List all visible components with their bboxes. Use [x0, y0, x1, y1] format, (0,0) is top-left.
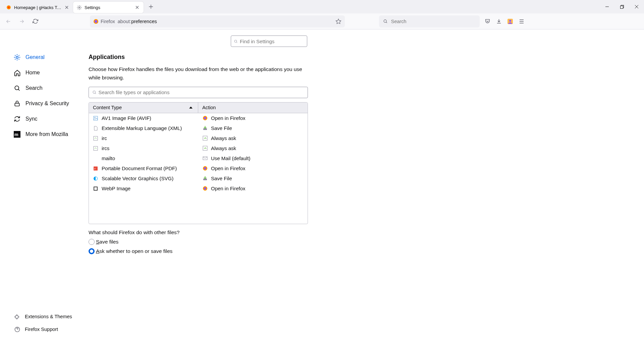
url-bar[interactable]: Firefox about:preferences [90, 15, 345, 27]
svg-rect-4 [620, 6, 623, 8]
column-action[interactable]: Action [198, 103, 308, 113]
table-row[interactable]: ircsAlways ask [89, 143, 308, 153]
table-row[interactable]: Scalable Vector Graphics (SVG)Save File [89, 174, 308, 184]
column-label: Action [202, 105, 216, 110]
svg-point-20 [95, 117, 96, 118]
radio-label: Ask whether to open or save files [96, 248, 172, 254]
filetype-icon [93, 146, 98, 151]
action-icon [202, 116, 208, 121]
close-tab-icon[interactable] [64, 4, 70, 10]
column-content-type[interactable]: Content Type [89, 103, 198, 113]
bookmark-star-icon[interactable] [335, 18, 341, 24]
action-icon [202, 166, 208, 171]
action-icon [202, 146, 208, 151]
svg-point-1 [8, 6, 10, 8]
svg-point-12 [16, 56, 18, 58]
cell-content-type: Scalable Vector Graphics (SVG) [89, 176, 198, 181]
ghacks-favicon-icon [6, 5, 11, 10]
table-row[interactable]: ircAlways ask [89, 133, 308, 143]
identity-box[interactable]: Firefox [93, 19, 115, 24]
identity-label: Firefox [101, 19, 115, 24]
radio-save-files[interactable]: Save files [89, 239, 315, 245]
cell-content-type: AV1 Image File (AVIF) [89, 115, 198, 121]
svg-rect-14 [15, 103, 19, 106]
cell-action[interactable]: Save File [198, 176, 308, 181]
svg-point-11 [234, 40, 237, 42]
downloads-button[interactable] [493, 16, 504, 27]
cell-action[interactable]: Open in Firefox [198, 115, 308, 121]
tab-ghacks[interactable]: Homepage | gHacks Technology News [3, 2, 73, 13]
sidebar-item-support[interactable]: Firefox Support [13, 326, 72, 333]
cell-action[interactable]: Open in Firefox [198, 186, 308, 191]
tab-settings[interactable]: Settings [73, 2, 144, 13]
search-bar[interactable] [379, 15, 480, 27]
action-icon [202, 186, 208, 191]
sidebar-item-home[interactable]: Home [13, 69, 76, 76]
reload-button[interactable] [30, 16, 41, 27]
column-label: Content Type [93, 105, 122, 110]
settings-main-pane: Applications Choose how Firefox handles … [80, 29, 315, 339]
maximize-button[interactable] [614, 0, 629, 13]
forward-button[interactable] [16, 16, 28, 27]
minimize-button[interactable] [600, 0, 614, 13]
gear-icon [13, 54, 21, 61]
action-icon [202, 126, 208, 131]
lock-icon [13, 100, 21, 107]
sidebar-item-more-mozilla[interactable]: m More from Mozilla [13, 131, 76, 138]
content-type-label: Portable Document Format (PDF) [102, 165, 177, 171]
radio-icon [89, 239, 95, 245]
table-row[interactable]: Extensible Markup Language (XML)Save Fil… [89, 123, 308, 133]
cell-action[interactable]: Save File [198, 125, 308, 131]
search-icon [13, 84, 21, 92]
find-settings-input[interactable] [240, 39, 304, 44]
filetype-icon [93, 136, 98, 141]
table-row[interactable]: mailtoUse Mail (default) [89, 153, 308, 163]
table-row[interactable]: PPortable Document Format (PDF)Open in F… [89, 163, 308, 174]
sync-icon [13, 115, 21, 123]
app-menu-button[interactable] [516, 16, 527, 27]
cell-content-type: Extensible Markup Language (XML) [89, 125, 198, 131]
find-in-settings[interactable] [231, 36, 307, 47]
content-type-label: AV1 Image File (AVIF) [102, 115, 151, 121]
action-label: Always ask [211, 145, 236, 151]
settings-sidebar: General Home Search Privacy & Security S… [0, 29, 80, 339]
svg-point-32 [204, 167, 206, 170]
table-row[interactable]: AV1 Image File (AVIF)Open in Firefox [89, 113, 308, 123]
close-tab-icon[interactable] [134, 4, 140, 10]
url-text: about:preferences [118, 19, 157, 24]
account-button[interactable] [504, 16, 516, 27]
close-window-button[interactable] [629, 0, 644, 13]
sidebar-item-sync[interactable]: Sync [13, 115, 76, 123]
action-icon [202, 136, 208, 141]
search-input[interactable] [391, 19, 476, 24]
search-icon [92, 90, 97, 94]
cell-content-type: WebP Image [89, 186, 198, 191]
pocket-button[interactable] [482, 16, 493, 27]
svg-marker-7 [336, 19, 341, 23]
sidebar-item-privacy[interactable]: Privacy & Security [13, 100, 76, 107]
back-button[interactable] [3, 16, 14, 27]
cell-action[interactable]: Always ask [198, 135, 308, 141]
svg-point-2 [78, 7, 80, 8]
home-icon [13, 69, 21, 76]
filetype-icon [93, 186, 98, 191]
sidebar-item-general[interactable]: General [13, 54, 76, 61]
sidebar-item-label: More from Mozilla [25, 131, 68, 137]
new-tab-button[interactable] [146, 1, 156, 12]
gear-icon [76, 5, 82, 10]
toolbar-right [482, 16, 527, 27]
table-row[interactable]: WebP ImageOpen in Firefox [89, 184, 308, 194]
svg-point-10 [509, 20, 511, 22]
sidebar-item-extensions[interactable]: Extensions & Themes [13, 313, 72, 320]
sidebar-item-search[interactable]: Search [13, 84, 76, 92]
radio-ask[interactable]: Ask whether to open or save files [89, 248, 315, 254]
other-files-question: What should Firefox do with other files? [89, 229, 315, 235]
search-applications-input[interactable] [99, 89, 304, 95]
cell-action[interactable]: Open in Firefox [198, 165, 308, 171]
filetype-icon [93, 156, 98, 161]
cell-action[interactable]: Always ask [198, 145, 308, 151]
cell-action[interactable]: Use Mail (default) [198, 155, 308, 161]
search-applications[interactable] [89, 87, 308, 98]
action-label: Open in Firefox [211, 115, 246, 121]
action-label: Use Mail (default) [211, 155, 251, 161]
